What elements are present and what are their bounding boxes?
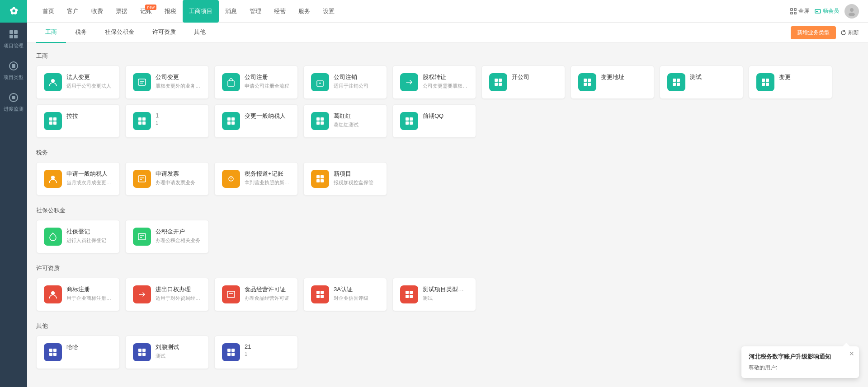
card-fund-open[interactable]: 公积金开户 办理公积金相关业务	[125, 220, 209, 253]
card-tax-report[interactable]: 税务报道+记账 拿到营业执照的新公司	[214, 162, 298, 196]
tab-shuiwu[interactable]: 税务	[66, 23, 96, 43]
card-social-register[interactable]: 社保登记 进行人员社保登记	[36, 220, 120, 253]
svg-rect-68	[316, 179, 320, 182]
nav-invoice[interactable]: 票据	[109, 0, 134, 23]
card-info-equity-transfer: 股权转让 公司变更需要股权转让	[423, 73, 468, 89]
avatar[interactable]	[844, 4, 859, 19]
card-company-change[interactable]: 公司变更 股权变更外的业务变更	[125, 65, 209, 99]
card-lala[interactable]: 拉拉	[36, 104, 120, 138]
card-3a-cert[interactable]: 3A认证 对企业信誉评级	[303, 278, 387, 311]
card-icon-company-change	[133, 73, 151, 91]
svg-rect-77	[321, 291, 324, 294]
nav-tax[interactable]: 报税	[158, 0, 183, 23]
refresh-label: 刷新	[848, 29, 859, 37]
card-desc: 进行人员社保登记	[66, 237, 112, 244]
refresh-button[interactable]: 刷新	[840, 29, 859, 37]
nav-operation[interactable]: 经营	[268, 0, 292, 23]
card-info-company-register: 公司注册 申请公司注册全流程	[245, 73, 290, 89]
card-new-project[interactable]: 新项目 报税加税控盘保管	[303, 162, 387, 196]
card-change-address[interactable]: 变更地址	[571, 65, 654, 99]
card-open-company[interactable]: 开公司	[481, 65, 565, 99]
svg-rect-23	[495, 79, 498, 82]
add-type-button[interactable]: 新增业务类型	[791, 26, 836, 39]
card-name: 前期QQ	[423, 112, 468, 120]
card-gehonghong[interactable]: 葛红红 葛红红测试	[303, 104, 387, 138]
nav-service[interactable]: 服务	[292, 0, 316, 23]
nav-home[interactable]: 首页	[36, 0, 61, 23]
card-test[interactable]: 测试	[660, 65, 743, 99]
nav-manage[interactable]: 管理	[243, 0, 268, 23]
card-icon-open-company	[489, 73, 507, 91]
sidebar-item-project-type[interactable]: 项目类型	[0, 54, 27, 86]
fullscreen-button[interactable]: 全屏	[790, 7, 809, 15]
svg-rect-39	[49, 117, 52, 121]
card-one[interactable]: 1 1	[125, 104, 209, 138]
card-desc: 测试	[156, 353, 201, 359]
svg-rect-88	[138, 349, 142, 352]
gongshang-cards-grid: 法人变更 适用于公司变更法人 公司变更 股权变更外的业务变更	[36, 65, 859, 138]
nav-bookkeeping[interactable]: 记账 new	[134, 0, 158, 23]
card-company-register[interactable]: 公司注册 申请公司注册全流程	[214, 65, 298, 99]
tab-shebao[interactable]: 社保公积金	[96, 23, 143, 43]
card-change[interactable]: 变更	[749, 65, 832, 99]
card-info-one: 1 1	[156, 112, 201, 126]
card-apply-taxpayer[interactable]: 申请一般纳税人 当月或次月成变更完成	[36, 162, 120, 196]
card-name: 公司注销	[334, 73, 379, 81]
card-name: 食品经营许可证	[245, 285, 290, 294]
card-info-apply-taxpayer: 申请一般纳税人 当月或次月成变更完成	[66, 170, 112, 186]
svg-rect-26	[499, 83, 502, 86]
svg-rect-92	[227, 349, 231, 352]
card-liupeng-test[interactable]: 刘鹏测试 测试	[125, 336, 209, 369]
member-button[interactable]: 畅会员	[815, 7, 839, 15]
xuke-cards-grid: 商标注册 用于企业商标注册服务 进出口权办理 适用于对外贸易经营者	[36, 278, 859, 311]
tab-xuke[interactable]: 许可资质	[143, 23, 185, 43]
card-company-cancel[interactable]: 公司注销 适用于注销公司	[303, 65, 387, 99]
svg-rect-67	[321, 175, 324, 178]
sidebar-item-project-manage[interactable]: 项目管理	[0, 23, 27, 54]
card-info-open-company: 开公司	[512, 73, 557, 83]
tab-other[interactable]: 其他	[185, 23, 215, 43]
svg-rect-29	[584, 83, 587, 86]
card-desc: 适用于公司变更法人	[66, 83, 112, 89]
card-icon-food-license	[222, 285, 240, 303]
nav-billing[interactable]: 收费	[85, 0, 109, 23]
nav-bizproject[interactable]: 工商项目	[183, 0, 219, 23]
card-equity-transfer[interactable]: 股权转让 公司变更需要股权转让	[392, 65, 476, 99]
card-name: 法人变更	[66, 73, 112, 81]
svg-rect-79	[321, 295, 324, 298]
card-apply-invoice[interactable]: 申请发票 办理申请发票业务	[125, 162, 209, 196]
card-import-export[interactable]: 进出口权办理 适用于对外贸易经营者	[125, 278, 209, 311]
card-desc: 对企业信誉评级	[334, 295, 379, 302]
card-name: 刘鹏测试	[156, 343, 201, 351]
card-desc: 1	[156, 120, 201, 126]
section-title-shuiwu: 税务	[36, 149, 859, 157]
card-haha[interactable]: 哈哈	[36, 336, 120, 369]
card-change-taxpayer[interactable]: 变更一般纳税人	[214, 104, 298, 138]
top-nav: 首页 客户 收费 票据 记账 new 报税 工商项目 消息 管理 经营 服务 设…	[27, 0, 868, 23]
notification-close-button[interactable]: ✕	[849, 350, 854, 357]
card-name: 开公司	[512, 73, 557, 81]
card-food-license[interactable]: 食品经营许可证 办理食品经营许可证	[214, 278, 298, 311]
section-gongshang: 工商 法人变更 适用于公司变更法人	[36, 52, 859, 138]
card-icon-company-cancel	[311, 73, 329, 91]
card-qianqiQQ[interactable]: 前期QQ	[392, 104, 476, 138]
card-icon-fund-open	[133, 228, 151, 246]
svg-rect-20	[228, 81, 234, 86]
card-test-type[interactable]: 测试项目类型目定义 测试	[392, 278, 476, 311]
sidebar-item-progress[interactable]: 进度监测	[0, 86, 27, 117]
member-label: 畅会员	[823, 7, 839, 15]
card-icon-one	[133, 112, 151, 130]
nav-messages[interactable]: 消息	[219, 0, 243, 23]
card-legal-change[interactable]: 法人变更 适用于公司变更法人	[36, 65, 120, 99]
nav-settings[interactable]: 设置	[316, 0, 341, 23]
card-icon-tax-report	[222, 170, 240, 188]
svg-rect-93	[231, 349, 235, 352]
nav-customer[interactable]: 客户	[61, 0, 85, 23]
card-trademark[interactable]: 商标注册 用于企业商标注册服务	[36, 278, 120, 311]
fullscreen-label: 全屏	[798, 7, 809, 15]
svg-rect-76	[316, 291, 320, 294]
card-twenty-one[interactable]: 21 1	[214, 336, 298, 369]
tab-gongshang[interactable]: 工商	[36, 23, 66, 43]
svg-rect-32	[677, 79, 680, 82]
svg-rect-35	[762, 79, 765, 82]
